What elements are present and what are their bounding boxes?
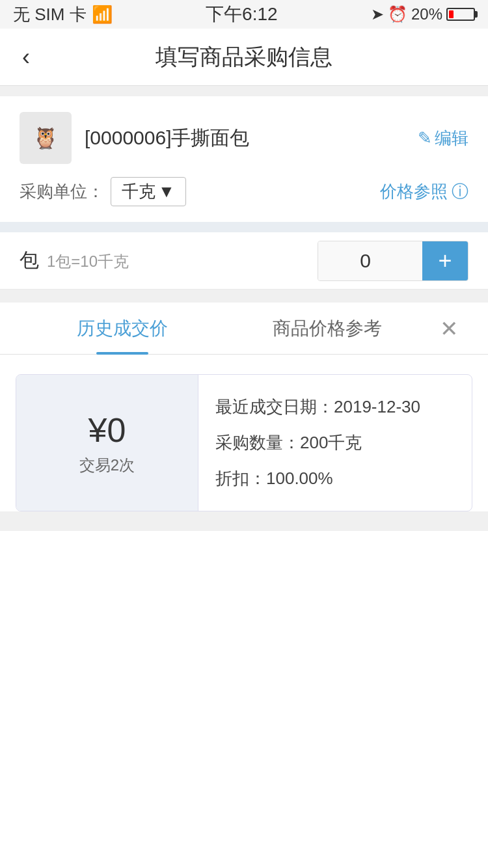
- quantity-row: 包 1包=10千克 +: [0, 232, 488, 290]
- price-last-date: 最近成交日期：2019-12-30: [215, 394, 455, 420]
- quantity-unit: 包: [20, 247, 39, 274]
- discount-value: 100.00%: [266, 468, 333, 488]
- back-button[interactable]: ‹: [0, 29, 52, 86]
- quantity-controls: +: [318, 241, 468, 281]
- price-trades: 交易2次: [79, 455, 135, 476]
- price-card-right: 最近成交日期：2019-12-30 采购数量：200千克 折扣：100.00%: [198, 375, 472, 511]
- dropdown-icon: ▼: [158, 182, 175, 202]
- qty-label: 采购数量：: [215, 433, 300, 452]
- unit-value: 千克: [122, 180, 156, 203]
- price-amount: ¥0: [88, 411, 126, 450]
- quantity-hint: 1包=10千克: [47, 251, 129, 272]
- divider-strip: [0, 222, 488, 232]
- price-qty: 采购数量：200千克: [215, 430, 455, 455]
- battery-percent: 20%: [411, 5, 442, 23]
- discount-label: 折扣：: [215, 468, 266, 488]
- status-bar: 无 SIM 卡 📶 下午6:12 ➤ ⏰ 20%: [0, 0, 488, 29]
- tab-history-label: 历史成交价: [77, 316, 168, 341]
- nav-bar: ‹ 填写商品采购信息: [0, 29, 488, 86]
- last-date-label: 最近成交日期：: [215, 397, 334, 416]
- qty-value: 200千克: [300, 433, 362, 452]
- price-ref-button[interactable]: 价格参照 ⓘ: [380, 180, 468, 203]
- tabs-header: 历史成交价 商品价格参考 ✕: [0, 303, 488, 355]
- last-date-value: 2019-12-30: [334, 397, 420, 416]
- tab-history-price[interactable]: 历史成交价: [20, 303, 224, 355]
- quantity-label: 包 1包=10千克: [20, 247, 129, 274]
- product-thumbnail: 🦉: [20, 112, 72, 164]
- alarm-icon: ⏰: [388, 5, 407, 23]
- price-card-left: ¥0 交易2次: [16, 375, 198, 511]
- product-icon: 🦉: [33, 126, 59, 150]
- network-label: 无 SIM 卡: [13, 3, 87, 26]
- edit-icon: ✎: [418, 128, 432, 148]
- price-ref-label: 价格参照: [380, 180, 448, 203]
- info-icon: ⓘ: [452, 180, 468, 203]
- tab-product-price[interactable]: 商品价格参考: [224, 303, 429, 355]
- unit-badge[interactable]: 千克 ▼: [111, 177, 186, 206]
- location-icon: ➤: [371, 5, 384, 23]
- quantity-plus-button[interactable]: +: [422, 241, 468, 280]
- product-left: 🦉 [0000006]手撕面包: [20, 112, 249, 164]
- tab-close-button[interactable]: ✕: [429, 309, 468, 348]
- battery-icon: [446, 8, 475, 21]
- content-area: [0, 531, 488, 868]
- price-card: ¥0 交易2次 最近成交日期：2019-12-30 采购数量：200千克 折扣：…: [16, 374, 472, 511]
- product-name: [0000006]手撕面包: [85, 125, 249, 152]
- product-footer: 采购单位： 千克 ▼ 价格参照 ⓘ: [20, 177, 468, 206]
- edit-label: 编辑: [435, 127, 468, 150]
- status-right: ➤ ⏰ 20%: [371, 5, 475, 23]
- wifi-icon: 📶: [92, 5, 113, 25]
- tab-product-label: 商品价格参考: [273, 316, 382, 341]
- price-discount: 折扣：100.00%: [215, 466, 455, 491]
- status-time: 下午6:12: [206, 2, 278, 27]
- product-header: 🦉 [0000006]手撕面包 ✎ 编辑: [20, 112, 468, 164]
- quantity-input[interactable]: [318, 241, 422, 280]
- unit-row: 采购单位： 千克 ▼: [20, 177, 186, 206]
- page-title: 填写商品采购信息: [156, 42, 332, 72]
- unit-label: 采购单位：: [20, 180, 104, 203]
- tabs-panel: 历史成交价 商品价格参考 ✕ ¥0 交易2次 最近成交日期：2019-12-30…: [0, 303, 488, 511]
- product-section: 🦉 [0000006]手撕面包 ✎ 编辑 采购单位： 千克 ▼ 价格参照 ⓘ: [0, 96, 488, 222]
- edit-button[interactable]: ✎ 编辑: [418, 127, 468, 150]
- status-left: 无 SIM 卡 📶: [13, 3, 113, 26]
